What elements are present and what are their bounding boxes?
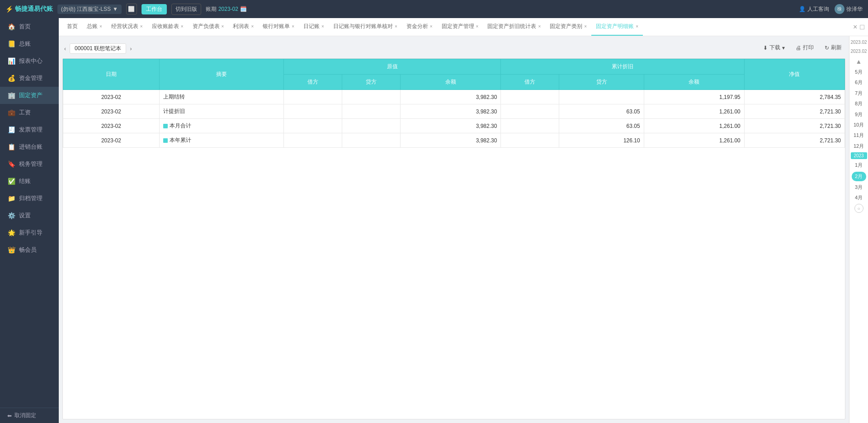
tab-balance-sheet[interactable]: 资产负债表 × <box>188 19 229 36</box>
tab-fa-manage[interactable]: 固定资产管理 × <box>437 19 483 36</box>
tab-close-fund[interactable]: × <box>430 24 433 29</box>
sidebar-item-fixed-assets[interactable]: 🏢 固定资产 <box>0 87 59 104</box>
guide-icon: 🌟 <box>7 229 15 236</box>
sidebar-item-vip[interactable]: 👑 畅会员 <box>0 241 59 258</box>
panel-month-1[interactable]: 1月 <box>849 160 868 170</box>
top-bar-right: 👤 人工客询 徐 徐泽华 <box>799 4 863 14</box>
top-bar: ⚡ 畅捷通易代账 (勿动) 江西服宝-LSS ▼ ⬜ 工作台 切到旧版 账期 2… <box>0 0 868 18</box>
panel-month-11[interactable]: 11月 <box>849 130 868 141</box>
tab-close-balance[interactable]: × <box>222 24 224 29</box>
company-selector[interactable]: (勿动) 江西服宝-LSS ▼ <box>57 5 122 14</box>
panel-nav-up[interactable]: ▲ <box>854 56 864 67</box>
app-logo: ⚡ 畅捷通易代账 <box>5 5 53 13</box>
prev-asset-button[interactable]: ‹ <box>62 45 68 53</box>
sidebar-item-salary[interactable]: 💼 工资 <box>0 104 59 121</box>
tab-fa-detail[interactable]: 固定资产明细账 × <box>591 19 643 36</box>
panel-month-7[interactable]: 7月 <box>849 88 868 99</box>
tab-reconciliation[interactable]: 日记账与银行对账单核对 × <box>329 19 402 36</box>
tab-bank-statement[interactable]: 银行对账单 × <box>258 19 299 36</box>
tab-fund-analysis[interactable]: 资金分析 × <box>402 19 437 36</box>
tab-close-fa-detail[interactable]: × <box>636 24 638 29</box>
panel-month-8[interactable]: 8月 <box>849 99 868 109</box>
panel-month-5[interactable]: 5月 <box>849 67 868 77</box>
tab-close-journal[interactable]: × <box>321 24 324 29</box>
tab-fa-depreciation[interactable]: 固定资产折旧统计表 × <box>483 19 545 36</box>
sidebar-item-funds[interactable]: 💰 资金管理 <box>0 70 59 87</box>
cell-summary: 计提折旧 <box>159 104 283 119</box>
tab-close-fa-manage[interactable]: × <box>476 24 479 29</box>
sidebar-item-label: 归档管理 <box>19 194 42 202</box>
tab-close-ledger[interactable]: × <box>99 24 102 29</box>
user-avatar[interactable]: 徐 徐泽华 <box>835 4 863 14</box>
restore-tabs-button[interactable]: □ <box>860 23 864 31</box>
cell-orig-debit <box>284 119 342 133</box>
settings-icon: ⚙️ <box>7 212 15 219</box>
tab-home[interactable]: 首页 <box>62 19 82 36</box>
cell-net-value: 2,721.30 <box>744 104 844 119</box>
refresh-icon: ↻ <box>825 45 829 51</box>
toolbar: ⬇ 下载 ▾ 🖨 打印 ↻ 刷新 <box>760 42 845 56</box>
download-button[interactable]: ⬇ 下载 ▾ <box>760 42 788 53</box>
user-service-button[interactable]: 👤 人工客询 <box>799 5 829 13</box>
panel-month-9[interactable]: 9月 <box>849 109 868 120</box>
sidebar-item-guide[interactable]: 🌟 新手引导 <box>0 224 59 241</box>
fixed-assets-icon: 🏢 <box>7 92 15 99</box>
cell-orig-balance: 3,982.30 <box>401 104 501 119</box>
reports-icon: 📊 <box>7 57 15 65</box>
col-header-net-value: 净值 <box>744 59 844 90</box>
cell-dep-credit <box>559 90 644 104</box>
sidebar-item-settings[interactable]: ⚙️ 设置 <box>0 207 59 224</box>
tab-profit[interactable]: 利润表 × <box>228 19 258 36</box>
unpin-button[interactable]: ⬅ 取消固定 <box>0 408 59 423</box>
copy-button[interactable]: ⬜ <box>126 4 137 14</box>
refresh-button[interactable]: ↻ 刷新 <box>821 42 845 53</box>
sidebar-item-ledger[interactable]: 📒 总账 <box>0 35 59 52</box>
tab-ledger[interactable]: 总账 × <box>82 19 107 36</box>
tab-close-bank[interactable]: × <box>292 24 294 29</box>
salary-icon: 💼 <box>7 109 15 116</box>
tab-close-fa-dep[interactable]: × <box>538 24 541 29</box>
tab-close-profit[interactable]: × <box>251 24 254 29</box>
tab-close-reconcile[interactable]: × <box>395 24 397 29</box>
tab-close-operations[interactable]: × <box>140 24 143 29</box>
panel-month-2-active[interactable]: 2月 <box>852 172 866 181</box>
sidebar-item-label: 设置 <box>19 212 31 220</box>
sidebar-item-tax[interactable]: 🔖 税务管理 <box>0 155 59 173</box>
tax-icon: 🔖 <box>7 160 15 168</box>
panel-year-badge: 2023 <box>851 152 867 159</box>
tab-operations[interactable]: 经营状况表 × <box>107 19 147 36</box>
tab-journal[interactable]: 日记账 × <box>299 19 329 36</box>
tab-ar-aging[interactable]: 应收账龄表 × <box>147 19 188 36</box>
tab-actions: × □ <box>853 23 864 31</box>
sidebar-item-reports[interactable]: 📊 报表中心 <box>0 52 59 70</box>
close-all-tabs-button[interactable]: × <box>853 23 857 31</box>
cell-dep-credit: 63.05 <box>559 119 644 133</box>
sidebar-item-sales[interactable]: 📋 进销台账 <box>0 138 59 155</box>
sidebar-item-label: 总账 <box>19 40 31 48</box>
tab-close-ar-aging[interactable]: × <box>181 24 184 29</box>
cell-date: 2023-02 <box>63 90 160 104</box>
workbench-button[interactable]: 工作台 <box>142 4 167 14</box>
col-header-summary: 摘要 <box>159 59 283 90</box>
next-asset-button[interactable]: › <box>128 45 133 53</box>
cell-orig-balance: 3,982.30 <box>401 119 501 133</box>
cell-dep-debit <box>501 133 559 148</box>
tab-fa-category[interactable]: 固定资产类别 × <box>545 19 591 36</box>
panel-month-6[interactable]: 6月 <box>849 77 868 88</box>
panel-month-12[interactable]: 12月 <box>849 141 868 151</box>
cell-dep-debit <box>501 119 559 133</box>
panel-month-4[interactable]: 4月 <box>849 193 868 203</box>
switch-old-button[interactable]: 切到旧版 <box>171 4 201 15</box>
print-button[interactable]: 🖨 打印 <box>792 42 817 53</box>
tab-close-fa-cat[interactable]: × <box>584 24 587 29</box>
sidebar-item-invoice[interactable]: 🧾 发票管理 <box>0 121 59 138</box>
panel-month-3[interactable]: 3月 <box>849 182 868 193</box>
col-header-dep-credit: 贷方 <box>559 75 644 90</box>
panel-circle-button[interactable]: ○ <box>854 204 863 213</box>
panel-month-10[interactable]: 10月 <box>849 120 868 130</box>
sidebar-item-home[interactable]: 🏠 首页 <box>0 18 59 35</box>
sidebar-item-archive[interactable]: 📁 归档管理 <box>0 190 59 207</box>
col-header-orig-balance: 余额 <box>401 75 501 90</box>
cell-orig-balance: 3,982.30 <box>401 133 501 148</box>
sidebar-item-checkout[interactable]: ✅ 结账 <box>0 173 59 190</box>
